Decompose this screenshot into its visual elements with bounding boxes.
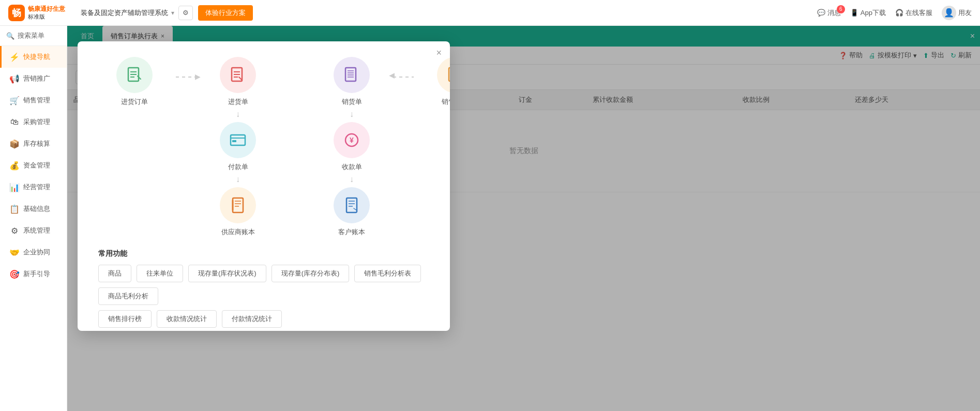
sidebar-item-label: 企业协同 [23, 248, 50, 257]
common-functions: 常用功能 商品 往来单位 现存量(库存状况表) 现存量(库存分布表) 销售毛利分… [98, 249, 429, 328]
system-icon: ⚙ [10, 226, 19, 235]
sidebar-item-label: 资金管理 [23, 161, 50, 170]
func-btn-payment-stats[interactable]: 付款情况统计 [222, 310, 282, 328]
top-bar: 畅 畅康通好生意 标准版 装备及固定资产辅助管理系统 ▾ ⚙ 体验行业方案 💬 … [0, 0, 980, 26]
flow-node-sale[interactable]: 销货单 [334, 57, 370, 106]
func-btn-product[interactable]: 商品 [98, 265, 131, 282]
flow-node-purchase-order[interactable]: 进货订单 [116, 57, 153, 106]
experience-button[interactable]: 体验行业方案 [198, 5, 253, 21]
sidebar: 🔍 搜索菜单 ⚡ 快捷导航 📢 营销推广 🛒 销售管理 🛍 采购管理 📦 [0, 26, 67, 411]
brand-version: 标准版 [28, 13, 65, 20]
modal-box: × 进货订单 ▶ [78, 41, 450, 331]
flow-node-purchase[interactable]: 进货单 [220, 57, 256, 106]
func-btn-product-profit[interactable]: 商品毛利分析 [98, 287, 158, 305]
system-name: 装备及固定资产辅助管理系统 ▾ [81, 8, 174, 18]
flow-node-payment-in[interactable]: ¥ 收款单 [334, 122, 370, 172]
logo-area: 畅 畅康通好生意 标准版 [8, 5, 76, 21]
customer-book-label: 客户账本 [338, 227, 365, 237]
sidebar-item-inventory[interactable]: 📦 库存核算 [0, 133, 67, 155]
func-btn-sales-rank[interactable]: 销售排行榜 [98, 310, 152, 328]
guide-icon: 🎯 [10, 269, 19, 279]
sidebar-item-label: 经营管理 [23, 182, 50, 192]
func-btn-stock-status[interactable]: 现存量(库存状况表) [188, 265, 266, 282]
avatar: 👤 [942, 6, 956, 20]
arrow-down-payment-in: ↓ [350, 175, 354, 184]
payment-in-label: 收款单 [342, 162, 362, 172]
svg-rect-27 [346, 198, 357, 212]
app-icon: 📱 [850, 9, 858, 17]
sidebar-item-guide[interactable]: 🎯 新手引导 [0, 263, 67, 285]
app-download-button[interactable]: 📱 App下载 [850, 8, 886, 18]
svg-rect-22 [233, 198, 243, 212]
func-btn-sales-profit[interactable]: 销售毛利分析表 [354, 265, 421, 282]
arrow-sale-order-to-sale: ▶ [393, 77, 414, 78]
operation-icon: 📊 [10, 182, 19, 192]
payment-in-icon: ¥ [334, 122, 370, 158]
purchase-order-icon [116, 57, 153, 93]
modal-close-button[interactable]: × [436, 48, 442, 58]
sale-label: 销货单 [342, 97, 362, 106]
svg-rect-8 [345, 68, 356, 81]
modal-scrollbar[interactable]: ◀ ▶ [98, 328, 429, 331]
search-menu-button[interactable]: 🔍 搜索菜单 [0, 26, 67, 46]
arrow-down-purchase: ↓ [236, 110, 240, 119]
logo-icon: 畅 [8, 5, 25, 21]
flow-node-payment-out[interactable]: 付款单 [220, 122, 256, 172]
svg-rect-26 [232, 200, 234, 210]
modal-overlay: × 进货订单 ▶ [67, 26, 980, 411]
func-buttons: 商品 往来单位 现存量(库存状况表) 现存量(库存分布表) 销售毛利分析表 商品… [98, 265, 429, 305]
message-button[interactable]: 💬 消息 6 [817, 8, 841, 18]
sidebar-item-system[interactable]: ⚙ 系统管理 [0, 220, 67, 241]
customer-book-icon [334, 187, 370, 223]
search-icon: 🔍 [6, 32, 14, 40]
marketing-icon: 📢 [10, 74, 19, 83]
supplier-book-icon [220, 187, 256, 223]
purchase-icon: 🛍 [10, 117, 19, 127]
flow-node-sale-order[interactable]: 销售订单 [437, 57, 450, 106]
sidebar-item-basic-info[interactable]: 📋 基础信息 [0, 198, 67, 220]
basic-info-icon: 📋 [10, 204, 19, 214]
func-btn-partner[interactable]: 往来单位 [137, 265, 183, 282]
finance-icon: 💰 [10, 161, 19, 170]
quick-nav-icon: ⚡ [10, 52, 19, 62]
func-btn-stock-dist[interactable]: 现存量(库存分布表) [272, 265, 350, 282]
sidebar-item-finance[interactable]: 💰 资金管理 [0, 155, 67, 176]
sidebar-item-collab[interactable]: 🤝 企业协同 [0, 241, 67, 263]
user-avatar-button[interactable]: 👤 用友 [942, 6, 972, 20]
svg-text:¥: ¥ [350, 136, 354, 144]
sidebar-item-label: 新手引导 [23, 269, 50, 279]
sidebar-item-marketing[interactable]: 📢 营销推广 [0, 68, 67, 89]
dropdown-arrow-icon[interactable]: ▾ [171, 9, 174, 17]
sidebar-item-purchase[interactable]: 🛍 采购管理 [0, 111, 67, 133]
sales-icon: 🛒 [10, 96, 19, 105]
flow-node-customer-book[interactable]: 客户账本 [334, 187, 370, 237]
customer-service-button[interactable]: 🎧 在线客服 [895, 8, 932, 18]
sidebar-item-sales[interactable]: 🛒 销售管理 [0, 89, 67, 111]
message-icon: 💬 [817, 9, 825, 17]
arrow-down-sale: ↓ [350, 110, 354, 119]
func-btn-receipt-stats[interactable]: 收款情况统计 [157, 310, 217, 328]
sidebar-item-label: 销售管理 [23, 96, 50, 105]
sidebar-item-label: 基础信息 [23, 204, 50, 214]
app-label: App下载 [861, 8, 886, 18]
brand-name: 畅康通好生意 [28, 5, 65, 13]
sale-order-icon [437, 57, 450, 93]
settings-button[interactable]: ⚙ [178, 6, 193, 20]
payment-out-icon [220, 122, 256, 158]
inventory-icon: 📦 [10, 139, 19, 148]
purchase-order-label: 进货订单 [121, 97, 148, 106]
sidebar-item-quick-nav[interactable]: ⚡ 快捷导航 [0, 46, 67, 68]
sale-order-label: 销售订单 [442, 97, 450, 106]
sidebar-item-operation[interactable]: 📊 经营管理 [0, 176, 67, 198]
sidebar-item-label: 系统管理 [23, 226, 50, 235]
sidebar-item-label: 库存核算 [23, 139, 50, 148]
system-name-text: 装备及固定资产辅助管理系统 [81, 8, 168, 18]
top-right-actions: 💬 消息 6 📱 App下载 🎧 在线客服 👤 用友 [817, 6, 972, 20]
arrow-purchase-to-purchase: ▶ [176, 77, 197, 78]
content-area: 首页 销售订单执行表 × × ❓ 帮助 🖨 按模板打印 ▾ [67, 26, 980, 411]
sidebar-item-label: 营销推广 [23, 74, 50, 83]
sidebar-item-label: 快捷导航 [23, 52, 50, 62]
search-menu-label: 搜索菜单 [18, 31, 44, 40]
sidebar-item-label: 采购管理 [23, 117, 50, 127]
flow-node-supplier-book[interactable]: 供应商账本 [220, 187, 256, 237]
